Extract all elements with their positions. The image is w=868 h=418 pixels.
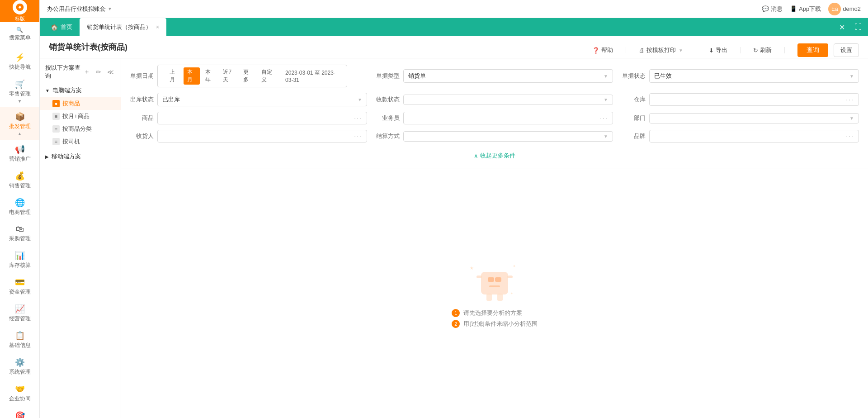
export-button[interactable]: ⬇ 导出: [709, 46, 727, 54]
page-header: 销货单统计表(按商品) ❓ 帮助 🖨 按模板打印 ▼ ⬇ 导出: [40, 36, 868, 58]
sidebar-item-purchase[interactable]: 🛍 采购管理: [0, 220, 39, 246]
sidebar-item-enterprise[interactable]: 🤝 企业协同: [0, 380, 39, 406]
date-custom-button[interactable]: 自定义: [258, 67, 278, 85]
tree-node-desktop[interactable]: ▼ 电脑端方案: [40, 84, 121, 97]
date-last-month-button[interactable]: 上月: [166, 67, 182, 85]
tree-item-by-category[interactable]: ≡ 按商品分类: [40, 123, 121, 135]
warehouse-label: 仓库: [622, 95, 649, 104]
sidebar-item-finance[interactable]: 💳 资金管理: [0, 273, 39, 299]
product-input[interactable]: ···: [157, 112, 367, 124]
system-label: 系统管理: [9, 368, 31, 376]
warehouse-input[interactable]: ···: [649, 93, 859, 106]
operations-icon: 📈: [15, 304, 25, 314]
date-last7-button[interactable]: 近7天: [219, 67, 238, 85]
tree-item-by-product[interactable]: ● 按商品: [40, 97, 121, 110]
industry-dropdown-icon: ▼: [108, 6, 112, 11]
doc-status-value: 已生效: [654, 72, 672, 80]
sidebar-item-ecommerce[interactable]: 🌐 电商管理: [0, 193, 39, 220]
sidebar: 标版 🔍 搜索菜单 ⚡ 快捷导航 🛒 零售管理 ▼ 📦 批发管理 ▲ 📢 营销推…: [0, 0, 40, 418]
tree-item-by-cashier[interactable]: ≡ 按司机: [40, 135, 121, 148]
finance-icon: 💳: [15, 277, 25, 287]
message-button[interactable]: 💬 消息: [762, 5, 783, 13]
sidebar-search-item[interactable]: 🔍 搜索菜单: [0, 22, 39, 44]
department-dropdown-icon: ▼: [849, 116, 854, 121]
sidebar-item-sales[interactable]: 💰 销售管理: [0, 166, 39, 193]
industry-selector[interactable]: 办公用品行业模拟账套 ▼: [47, 5, 112, 13]
sidebar-item-retail[interactable]: 🛒 零售管理 ▼: [0, 75, 39, 107]
tree-item-by-month-product[interactable]: ≡ 按月+商品: [40, 110, 121, 123]
refresh-button[interactable]: ↻ 刷新: [753, 46, 772, 54]
department-input[interactable]: ▼: [649, 113, 859, 124]
logo-label: 标版: [15, 15, 25, 22]
sidebar-item-basic-info[interactable]: 📋 基础信息: [0, 326, 39, 353]
filter-field-settlement: 结算方式 ▼: [376, 131, 613, 142]
help-label: 帮助: [601, 46, 613, 54]
print-button[interactable]: 🖨 按模板打印 ▼: [639, 46, 683, 54]
payment-status-input[interactable]: ▼: [403, 95, 613, 105]
settlement-input[interactable]: ▼: [403, 131, 613, 142]
brand-input[interactable]: ···: [649, 130, 859, 142]
sidebar-item-wholesale[interactable]: 📦 批发管理 ▲: [0, 107, 39, 140]
collapse-more-button[interactable]: ∧ 收起更多条件: [130, 148, 859, 162]
tree-expand-icon: ▶: [45, 154, 49, 159]
app-download-button[interactable]: 📱 App下载: [790, 5, 821, 13]
tab-expand-button[interactable]: ⛶: [852, 21, 864, 33]
app-logo: 标版: [0, 0, 40, 22]
sidebar-item-inventory[interactable]: 📊 库存核算: [0, 246, 39, 273]
date-this-month-button[interactable]: 本月: [184, 67, 199, 85]
tree-node-mobile[interactable]: ▶ 移动端方案: [40, 150, 121, 163]
sidebar-item-marketing[interactable]: 📢 营销推广: [0, 140, 39, 166]
date-input[interactable]: 上月 本月 本年 近7天 更多 自定义 2023-03-01 至 2023-03…: [157, 65, 347, 87]
sidebar-item-system[interactable]: ⚙️ 系统管理: [0, 353, 39, 380]
query-button[interactable]: 查询: [797, 43, 828, 57]
svg-rect-1: [481, 272, 508, 294]
payment-dropdown-icon: ▼: [604, 97, 608, 102]
sidebar-item-operations[interactable]: 📈 经营管理: [0, 299, 39, 326]
collapse-label: 收起更多条件: [480, 152, 515, 160]
tab-bar: 🏠 首页 销货单统计表（按商品） × ✕ ⛶: [40, 18, 868, 36]
doc-type-input[interactable]: 销货单 ▼: [403, 69, 613, 83]
add-scheme-button[interactable]: ＋: [82, 67, 92, 77]
header-left: 办公用品行业模拟账套 ▼: [47, 5, 112, 13]
by-product-label: 按商品: [62, 100, 80, 108]
doc-status-input[interactable]: 已生效 ▼: [649, 69, 859, 83]
tab-sales-stats[interactable]: 销货单统计表（按商品） ×: [80, 18, 166, 36]
storage-status-input[interactable]: 已出库 ▼: [157, 93, 367, 106]
guide-icon: 🎯: [15, 411, 25, 418]
svg-text:✦: ✦: [513, 264, 516, 268]
enterprise-label: 企业协同: [9, 395, 31, 403]
user-profile[interactable]: Ea demo2: [828, 3, 861, 15]
date-more-button[interactable]: 更多: [240, 67, 255, 85]
recipient-dots-icon: ···: [354, 133, 362, 140]
app-download-icon: 📱: [790, 5, 797, 12]
divider4: [784, 47, 785, 53]
help-button[interactable]: ❓ 帮助: [592, 46, 613, 54]
operations-label: 经营管理: [9, 315, 31, 323]
panel-header-actions: ＋ ✏ ≪: [82, 67, 115, 77]
salesperson-input[interactable]: ···: [403, 112, 613, 124]
date-this-year-button[interactable]: 本年: [202, 67, 217, 85]
recipient-input[interactable]: ···: [157, 130, 367, 142]
salesperson-label: 业务员: [376, 114, 403, 122]
tab-home[interactable]: 🏠 首页: [43, 18, 80, 36]
wholesale-icon: 📦: [15, 112, 25, 122]
storage-status-value: 已出库: [162, 95, 180, 104]
date-label: 单据日期: [130, 72, 157, 80]
warehouse-dots-icon: ···: [846, 96, 854, 103]
divider3: [740, 47, 741, 53]
refresh-icon: ↻: [753, 47, 758, 54]
by-product-icon: ●: [52, 100, 60, 107]
user-name: demo2: [843, 5, 861, 12]
sidebar-item-quick-nav[interactable]: ⚡ 快捷导航: [0, 48, 39, 75]
tab-close-button[interactable]: ×: [156, 24, 159, 30]
settings-button[interactable]: 设置: [834, 43, 859, 57]
collapse-icon: ∧: [474, 152, 478, 159]
empty-state: ★ ✦ ✦ 1 请先选择要分析的方案 2 用[过滤]条件来缩小分析范围: [121, 168, 868, 418]
tab-close-all-button[interactable]: ✕: [835, 21, 848, 33]
empty-illustration: ★ ✦ ✦: [467, 258, 522, 304]
collapse-panel-button[interactable]: ≪: [105, 67, 115, 77]
edit-scheme-button[interactable]: ✏: [94, 67, 104, 77]
svg-rect-6: [507, 276, 513, 278]
sidebar-item-guide[interactable]: 🎯 新手引导: [0, 406, 39, 418]
tab-sales-stats-label: 销货单统计表（按商品）: [87, 23, 151, 31]
